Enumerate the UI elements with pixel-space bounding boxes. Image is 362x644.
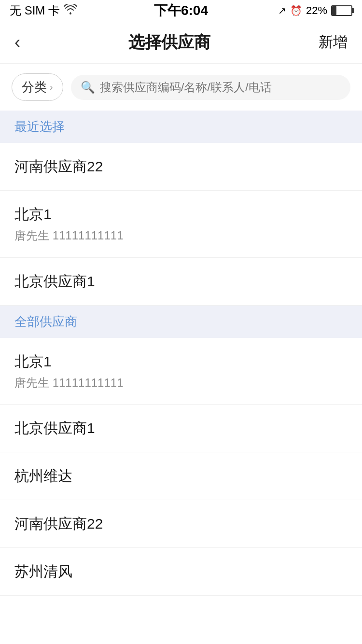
search-icon: 🔍 xyxy=(81,81,95,94)
list-item[interactable]: 苏州清风 xyxy=(0,548,362,596)
battery-percent: 22% xyxy=(306,4,327,17)
list-item[interactable]: 北京供应商1 xyxy=(0,258,362,306)
item-name: 北京供应商1 xyxy=(14,271,348,292)
list-item[interactable]: 河南供应商22 xyxy=(0,143,362,191)
search-input[interactable] xyxy=(100,81,341,94)
alarm-icon: ⏰ xyxy=(290,5,302,16)
status-left: 无 SIM 卡 xyxy=(10,3,77,18)
page-title: 选择供应商 xyxy=(128,31,210,54)
recent-list: 河南供应商22北京1唐先生 11111111111北京供应商1 xyxy=(0,143,362,306)
item-name: 北京1 xyxy=(14,204,348,224)
item-name: 杭州维达 xyxy=(14,466,348,486)
no-sim-label: 无 SIM 卡 xyxy=(10,3,60,18)
category-button[interactable]: 分类 › xyxy=(12,73,63,101)
list-item[interactable]: 河南供应商22 xyxy=(0,500,362,548)
add-button[interactable]: 新增 xyxy=(319,32,348,52)
item-sub: 唐先生 11111111111 xyxy=(14,227,348,244)
filter-bar: 分类 › 🔍 xyxy=(0,64,362,111)
wifi-icon xyxy=(64,4,77,17)
list-item[interactable]: 北京1唐先生 11111111111 xyxy=(0,338,362,405)
item-name: 北京1 xyxy=(14,351,348,372)
item-name: 苏州清风 xyxy=(14,561,348,582)
status-bar: 无 SIM 卡 下午6:04 ↗ ⏰ 22% xyxy=(0,0,362,21)
chevron-right-icon: › xyxy=(50,82,53,93)
category-label: 分类 xyxy=(22,79,47,96)
nav-bar: ‹ 选择供应商 新增 xyxy=(0,21,362,64)
battery-icon xyxy=(331,5,352,16)
item-name: 河南供应商22 xyxy=(14,514,348,534)
item-name: 河南供应商22 xyxy=(14,156,348,177)
location-icon: ↗ xyxy=(278,5,286,16)
all-list: 北京1唐先生 11111111111北京供应商1杭州维达河南供应商22苏州清风 xyxy=(0,338,362,596)
status-right: ↗ ⏰ 22% xyxy=(278,4,352,17)
list-item[interactable]: 北京供应商1 xyxy=(0,405,362,452)
svg-point-0 xyxy=(70,13,71,14)
search-box[interactable]: 🔍 xyxy=(71,75,350,100)
list-item[interactable]: 北京1唐先生 11111111111 xyxy=(0,191,362,258)
item-sub: 唐先生 11111111111 xyxy=(14,375,348,391)
item-name: 北京供应商1 xyxy=(14,418,348,438)
back-button[interactable]: ‹ xyxy=(14,32,20,53)
list-item[interactable]: 杭州维达 xyxy=(0,452,362,500)
all-section-header: 全部供应商 xyxy=(0,306,362,338)
status-time: 下午6:04 xyxy=(154,1,208,20)
recent-section-header: 最近选择 xyxy=(0,111,362,143)
